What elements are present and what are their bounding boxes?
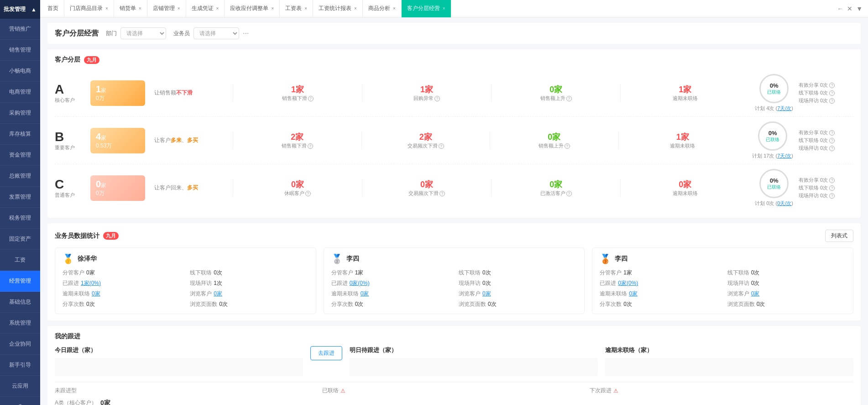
tier-circle-C: 0% 已联络 计划 0次 (0天/次): [755, 169, 793, 207]
tab-close-all-icon[interactable]: ✕: [847, 5, 852, 12]
tab-close-销货单[interactable]: ×: [139, 6, 141, 11]
tab-工资表[interactable]: 工资表×: [280, 0, 313, 17]
tab-应收应付调整单[interactable]: 应收应付调整单×: [225, 0, 280, 17]
staff-stats-徐泽华: 分管客户 0家 线下联络 0次 已跟进 1家(0%) 现场拜访 1次 逾期未联络…: [63, 269, 309, 308]
sidebar-item-采购管理[interactable]: 采购管理: [0, 103, 40, 124]
tier-m3-C[interactable]: 0家 已激活客户 ?: [491, 179, 620, 197]
sidebar-item-资金管理[interactable]: 资金管理: [0, 145, 40, 166]
tab-工资统计报表[interactable]: 工资统计报表×: [313, 0, 363, 17]
staff-stat: 逾期未联络 0家: [63, 290, 181, 298]
sidebar-header[interactable]: 批发管理 ▲: [0, 0, 40, 19]
sidebar-item-电商管理[interactable]: 电商管理: [0, 82, 40, 103]
sidebar-settings[interactable]: ⚙: [0, 397, 40, 405]
tier-suggest-B: 让客户多来、多买: [154, 137, 227, 144]
tier-m3-B[interactable]: 0家 销售额上升 ?: [490, 131, 618, 149]
staff-stat: 现场拜访 0次: [727, 279, 846, 287]
staff-stat: 分管客户 1家: [600, 269, 718, 277]
tab-客户分层经营[interactable]: 客户分层经营×: [402, 0, 451, 17]
tab-close-工资表[interactable]: ×: [304, 6, 307, 11]
sidebar-item-工资[interactable]: 工资: [0, 250, 40, 271]
sidebar-item-云应用[interactable]: 云应用: [0, 376, 40, 397]
tab-bar: 首页门店商品目录×销货单×店铺管理×生成凭证×应收应付调整单×工资表×工资统计报…: [40, 0, 868, 17]
staff-medal: 🥈: [331, 253, 343, 264]
filter-more-icon[interactable]: ···: [243, 29, 249, 37]
tab-close-客户分层经营[interactable]: ×: [443, 6, 445, 11]
sidebar-item-小畅电商[interactable]: 小畅电商: [0, 61, 40, 82]
tab-店铺管理[interactable]: 店铺管理×: [147, 0, 186, 17]
customer-tier-section: 客户分层 九月 A 核心客户 1家 0万 让销售额不下滑 1家 销售额下滑 ? …: [47, 49, 861, 218]
tier-letter-A: A 核心客户: [55, 82, 87, 104]
tab-close-工资统计报表[interactable]: ×: [354, 6, 357, 11]
staff-stats-section: 业务员数据统计 九月 列表式 🥇 徐泽华 分管客户 0家 线下联络 0次 已跟进…: [47, 223, 861, 321]
tab-close-生成凭证[interactable]: ×: [216, 6, 219, 11]
staff-select[interactable]: 请选择: [193, 27, 239, 39]
today-followup-content: [55, 358, 303, 376]
dept-select[interactable]: 请选择: [120, 27, 166, 39]
tab-销货单[interactable]: 销货单×: [114, 0, 147, 17]
sidebar-item-总账管理[interactable]: 总账管理: [0, 166, 40, 187]
tier-m4-A[interactable]: 1家 逾期未联络: [620, 84, 749, 102]
sidebar-item-固定资产[interactable]: 固定资产: [0, 229, 40, 250]
staff-stat: 浏览客户 0家: [190, 290, 308, 298]
staff-stat: 线下联络 0次: [459, 269, 577, 277]
tier-m1-B[interactable]: 2家 销售额下滑 ?: [233, 131, 361, 149]
tab-首页[interactable]: 首页: [42, 0, 64, 17]
sidebar: 批发管理 ▲ 营销推广销售管理小畅电商电商管理采购管理库存核算资金管理总账管理发…: [0, 0, 40, 405]
followup-section-title: 我的跟进: [55, 332, 853, 341]
tier-m4-C[interactable]: 0家 逾期未联络: [620, 179, 749, 197]
staff-grid: 🥇 徐泽华 分管客户 0家 线下联络 0次 已跟进 1家(0%) 现场拜访 1次…: [55, 247, 853, 314]
tab-商品分析[interactable]: 商品分析×: [363, 0, 402, 17]
main-area: 首页门店商品目录×销货单×店铺管理×生成凭证×应收应付调整单×工资表×工资统计报…: [40, 0, 868, 405]
sidebar-item-基础信息[interactable]: 基础信息: [0, 292, 40, 313]
sidebar-item-经营管理[interactable]: 经营管理: [0, 271, 40, 292]
sidebar-item-营销推广[interactable]: 营销推广: [0, 19, 40, 40]
sidebar-item-系统管理[interactable]: 系统管理: [0, 313, 40, 334]
tier-m1-A[interactable]: 1家 销售额下滑 ?: [233, 84, 362, 102]
sidebar-title: 批发管理: [4, 5, 26, 13]
goto-followup-button[interactable]: 去跟进: [310, 346, 342, 360]
tab-close-商品分析[interactable]: ×: [393, 6, 396, 11]
tier-m3-A[interactable]: 0家 销售额上升 ?: [491, 84, 620, 102]
staff-card-徐泽华: 🥇 徐泽华 分管客户 0家 线下联络 0次 已跟进 1家(0%) 现场拜访 1次…: [55, 247, 316, 314]
sidebar-item-新手引导[interactable]: 新手引导: [0, 355, 40, 376]
sidebar-item-库存核算[interactable]: 库存核算: [0, 124, 40, 145]
alert-icon2[interactable]: ⚠: [613, 388, 618, 394]
tier-count-A: 1家 0万: [90, 80, 145, 106]
tab-actions: ← ✕ ▼: [833, 5, 866, 12]
tab-生成凭证[interactable]: 生成凭证×: [186, 0, 225, 17]
sidebar-item-税务管理[interactable]: 税务管理: [0, 208, 40, 229]
list-view-button[interactable]: 列表式: [825, 230, 853, 242]
sidebar-collapse-icon[interactable]: ▲: [31, 6, 37, 13]
page-content: 客户分层经营 部门 请选择 业务员 请选择 ··· 客户分层 九月: [40, 17, 868, 405]
page-title: 客户分层经营: [55, 29, 99, 38]
staff-stat: 浏览页面数 0次: [459, 300, 577, 308]
tab-close-应收应付调整单[interactable]: ×: [271, 6, 274, 11]
tab-close-店铺管理[interactable]: ×: [178, 6, 180, 11]
followup-section: 我的跟进 今日跟进（家） 去跟进 明日待跟进（家） 逾期未联络（家）: [47, 326, 861, 405]
tab-menu-icon[interactable]: ▼: [856, 5, 863, 12]
alert-icon1[interactable]: ⚠: [340, 388, 345, 394]
followup-grid: 今日跟进（家） 去跟进 明日待跟进（家） 逾期未联络（家）: [55, 346, 853, 376]
tier-m1-C[interactable]: 0家 休眠客户 ?: [233, 179, 362, 197]
tab-门店商品目录[interactable]: 门店商品目录×: [64, 0, 114, 17]
tier-m2-C[interactable]: 0家 交易频次下滑 ?: [362, 179, 491, 197]
tier-m2-B[interactable]: 2家 交易频次下滑 ?: [361, 131, 490, 149]
tab-prev-icon[interactable]: ←: [837, 5, 843, 12]
tier-m4-B[interactable]: 1家 逾期未联络: [618, 131, 747, 149]
staff-medal: 🥉: [600, 253, 611, 264]
tier-letter-C: C 普通客户: [55, 177, 87, 199]
staff-stat: 分管客户 1家: [331, 269, 450, 277]
tier-circle-A: 0% 已联络 计划 4次 (7天/次): [755, 74, 793, 112]
tier-right-stats-C: 有效分享 0次 ?线下联络 0次 ?现场拜访 0次 ?: [799, 177, 853, 199]
tab-close-门店商品目录[interactable]: ×: [105, 6, 108, 11]
sidebar-item-销售管理[interactable]: 销售管理: [0, 40, 40, 61]
sidebar-item-企业协同[interactable]: 企业协同: [0, 334, 40, 355]
tier-metrics-B: 2家 销售额下滑 ? 2家 交易频次下滑 ? 0家 销售额上升 ? 1家 逾期未…: [233, 131, 747, 149]
staff-card-李四: 🥈 李四 分管客户 1家 线下联络 0次 已跟进 0家(0%) 现场拜访 0次 …: [324, 247, 585, 314]
page-header: 客户分层经营 部门 请选择 业务员 请选择 ···: [47, 23, 861, 44]
sidebar-item-发票管理[interactable]: 发票管理: [0, 187, 40, 208]
staff-stat: 线下联络 0次: [727, 269, 846, 277]
today-followup: 今日跟进（家）: [55, 346, 303, 376]
staff-stat: 分享次数 0次: [331, 300, 450, 308]
tier-m2-A[interactable]: 1家 回购异常 ?: [362, 84, 491, 102]
